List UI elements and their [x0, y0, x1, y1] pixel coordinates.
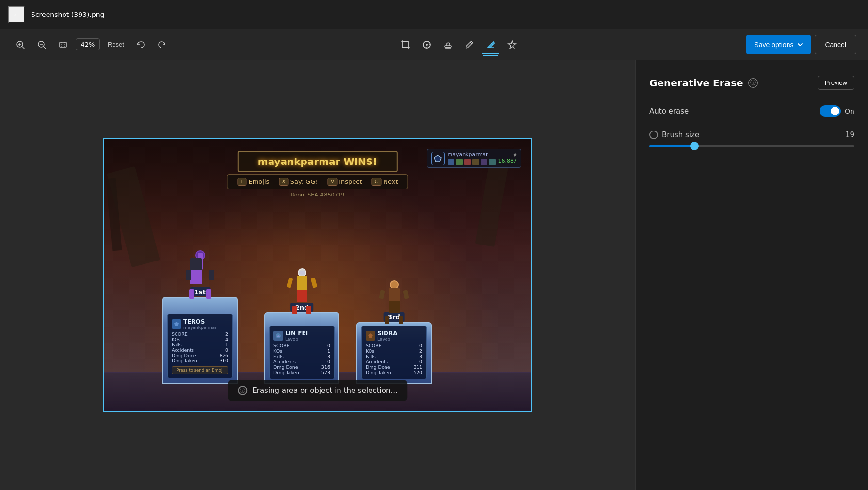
user-badge: mayankparmar ♥ 16,887: [427, 149, 522, 168]
brush-size-header: Brush size 19: [649, 131, 854, 139]
titlebar: ← Screenshot (393).png: [0, 0, 868, 29]
game-screenshot: mayankparmar WINS! 1 Emojis X Say: GG! V…: [104, 139, 531, 411]
svg-marker-21: [434, 155, 441, 162]
right-panel: Generative Erase ⓘ Preview Auto erase On…: [635, 60, 868, 490]
main-content: mayankparmar WINS! 1 Emojis X Say: GG! V…: [0, 60, 868, 490]
status-text: Erasing area or object in the selection.…: [252, 386, 398, 395]
pedestal-3rd: 3rd SIDRA Lavop SCOR: [356, 280, 432, 384]
brush-size-setting: Brush size 19: [649, 131, 854, 147]
pedestal-2nd: 2nd LIN FEI Lavop SC: [264, 268, 339, 384]
toolbar-actions: Save options Cancel: [746, 35, 856, 54]
zoom-in-button[interactable]: [12, 36, 29, 53]
svg-rect-17: [446, 47, 450, 49]
info-icon[interactable]: ⓘ: [748, 78, 758, 88]
zoom-level-display: 42%: [76, 38, 100, 50]
svg-marker-22: [174, 322, 179, 326]
adjust-tool-button[interactable]: [418, 36, 435, 53]
pedestal-1st: 1st TEROS mayankparmar: [162, 250, 238, 384]
toolbar: 42% Reset: [0, 29, 868, 60]
draw-tool-button[interactable]: [461, 36, 478, 53]
panel-header: Generative Erase ⓘ Preview: [649, 76, 854, 90]
back-button[interactable]: ←: [8, 6, 25, 23]
preview-button[interactable]: Preview: [818, 76, 854, 90]
svg-marker-24: [368, 333, 373, 338]
badge-score: 16,887: [498, 158, 517, 164]
active-indicator: [483, 55, 498, 56]
erase-tool-button[interactable]: [482, 36, 499, 53]
auto-erase-state: On: [845, 107, 854, 115]
actual-size-button[interactable]: [54, 36, 72, 53]
svg-rect-7: [60, 42, 66, 47]
reset-button[interactable]: Reset: [104, 36, 128, 53]
room-id: Room SEA #850719: [291, 192, 345, 198]
win-banner: mayankparmar WINS!: [238, 151, 398, 172]
brush-size-icon: [649, 131, 658, 139]
zoom-out-button[interactable]: [33, 36, 50, 53]
crop-tool-button[interactable]: [397, 36, 414, 53]
cancel-button[interactable]: Cancel: [815, 35, 856, 54]
action-inspect: V Inspect: [328, 178, 362, 186]
svg-line-5: [44, 47, 46, 49]
badge-username: mayankparmar: [448, 151, 496, 158]
undo-button[interactable]: [132, 36, 149, 53]
brush-size-label: Brush size: [662, 131, 845, 139]
effects-tool-button[interactable]: [503, 36, 521, 53]
save-options-label: Save options: [754, 41, 793, 49]
status-icon: ⓘ: [238, 386, 247, 395]
slider-fill: [649, 145, 694, 147]
action-saygg: X Say: GG!: [279, 178, 318, 186]
brush-size-value: 19: [845, 131, 854, 139]
redo-button[interactable]: [153, 36, 171, 53]
image-container: mayankparmar WINS! 1 Emojis X Say: GG! V…: [103, 138, 532, 412]
stamp-tool-button[interactable]: [439, 36, 457, 53]
svg-line-18: [470, 42, 472, 44]
action-next: C Next: [372, 178, 398, 186]
auto-erase-setting: Auto erase On: [649, 105, 854, 117]
action-bar: 1 Emojis X Say: GG! V Inspect C Next: [227, 174, 408, 189]
canvas-area[interactable]: mayankparmar WINS! 1 Emojis X Say: GG! V…: [0, 60, 635, 490]
svg-point-11: [426, 44, 428, 46]
auto-erase-label: Auto erase: [649, 107, 820, 115]
action-emojis: 1 Emojis: [237, 178, 269, 186]
brush-size-slider[interactable]: [649, 145, 854, 147]
editing-tools: [397, 36, 521, 53]
svg-line-1: [22, 47, 24, 49]
panel-title: Generative Erase: [649, 77, 743, 89]
status-bar: ⓘ Erasing area or object in the selectio…: [228, 380, 407, 401]
filename-label: Screenshot (393).png: [31, 11, 105, 18]
auto-erase-toggle[interactable]: [820, 105, 841, 117]
save-options-button[interactable]: Save options: [746, 35, 811, 54]
slider-thumb[interactable]: [690, 142, 699, 150]
